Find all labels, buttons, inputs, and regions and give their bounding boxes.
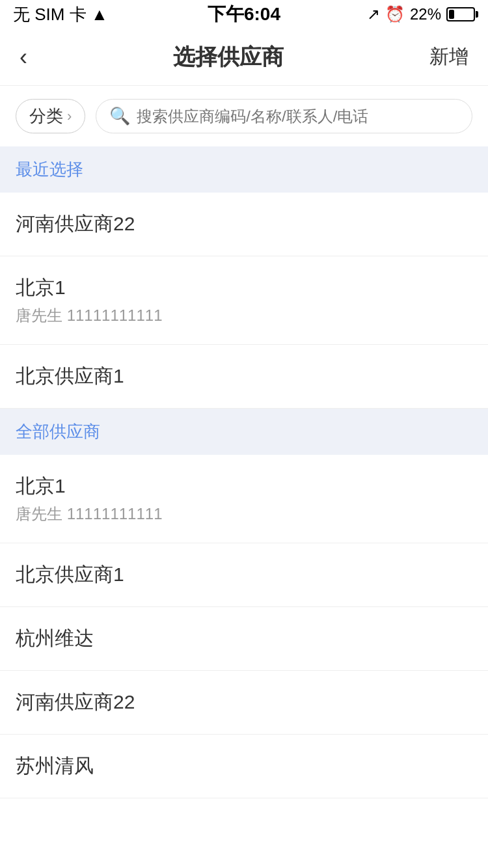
search-box[interactable]: 🔍 bbox=[96, 99, 472, 133]
list-item[interactable]: 河南供应商22 bbox=[0, 671, 488, 735]
chevron-right-icon: › bbox=[67, 108, 72, 125]
list-item[interactable]: 北京供应商1 bbox=[0, 345, 488, 409]
status-time: 下午6:04 bbox=[208, 2, 280, 27]
supplier-list: 最近选择河南供应商22北京1唐先生 11111111111北京供应商1全部供应商… bbox=[0, 146, 488, 798]
supplier-name: 北京供应商1 bbox=[16, 562, 472, 588]
status-left: 无 SIM 卡 ▲ bbox=[13, 3, 108, 26]
supplier-name: 北京供应商1 bbox=[16, 363, 472, 390]
list-item[interactable]: 苏州清风 bbox=[0, 735, 488, 798]
list-item[interactable]: 北京1唐先生 11111111111 bbox=[0, 455, 488, 543]
list-item[interactable]: 北京1唐先生 11111111111 bbox=[0, 256, 488, 345]
list-item[interactable]: 北京供应商1 bbox=[0, 543, 488, 607]
category-button[interactable]: 分类 › bbox=[16, 99, 85, 133]
status-bar: 无 SIM 卡 ▲ 下午6:04 ↗ ⏰ 22% bbox=[0, 0, 488, 29]
search-icon: 🔍 bbox=[109, 106, 130, 126]
supplier-name: 北京1 bbox=[16, 473, 472, 500]
section-header-recent: 最近选择 bbox=[0, 146, 488, 193]
battery-icon bbox=[446, 7, 475, 21]
supplier-contact: 唐先生 11111111111 bbox=[16, 504, 472, 524]
status-right: ↗ ⏰ 22% bbox=[367, 5, 475, 23]
filter-bar: 分类 › 🔍 bbox=[0, 86, 488, 146]
supplier-name: 北京1 bbox=[16, 275, 472, 301]
supplier-name: 杭州维达 bbox=[16, 625, 472, 652]
list-item[interactable]: 河南供应商22 bbox=[0, 193, 488, 256]
supplier-name: 河南供应商22 bbox=[16, 211, 472, 237]
add-button[interactable]: 新增 bbox=[429, 44, 468, 70]
back-button[interactable]: ‹ bbox=[20, 44, 27, 71]
category-label: 分类 bbox=[29, 105, 63, 128]
battery-percent: 22% bbox=[410, 5, 441, 23]
page-title: 选择供应商 bbox=[173, 42, 284, 72]
section-header-all: 全部供应商 bbox=[0, 409, 488, 455]
supplier-contact: 唐先生 11111111111 bbox=[16, 305, 472, 326]
sim-text: 无 SIM 卡 ▲ bbox=[13, 3, 108, 26]
location-icon: ↗ bbox=[367, 5, 380, 23]
search-input[interactable] bbox=[137, 107, 459, 126]
supplier-name: 河南供应商22 bbox=[16, 689, 472, 716]
list-item[interactable]: 杭州维达 bbox=[0, 607, 488, 671]
nav-bar: ‹ 选择供应商 新增 bbox=[0, 29, 488, 86]
supplier-name: 苏州清风 bbox=[16, 753, 472, 780]
alarm-icon: ⏰ bbox=[385, 5, 405, 23]
